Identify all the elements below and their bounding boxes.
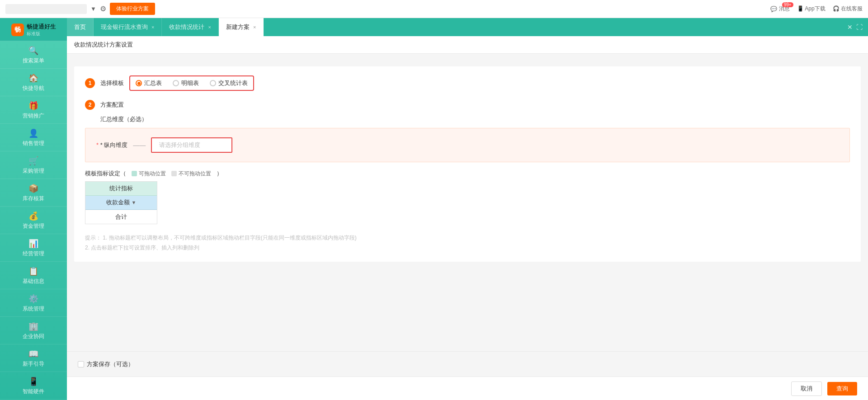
main-layout: 畅 畅捷通好生 标准版 🔍 搜索菜单 🏠 快捷导航 🎁 营销推广 👤 销售管理 … — [0, 18, 868, 400]
page-footer: 方案保存（可选） — [67, 351, 868, 376]
sidebar-item-sales[interactable]: 👤 销售管理 — [0, 124, 67, 151]
trial-button[interactable]: 体验行业方案 — [110, 3, 155, 15]
tab-bar: 首页 现金银行流水查询 × 收款情况统计 × 新建方案 × ✕ ⛶ — [67, 18, 868, 36]
tab-new-plan[interactable]: 新建方案 × — [219, 18, 264, 36]
sidebar-item-label: 智能硬件 — [23, 388, 44, 395]
indicator-table-header: 统计指标 — [85, 182, 157, 196]
download-link[interactable]: 📱 App下载 — [797, 5, 826, 13]
sidebar-logo: 畅 畅捷通好生 标准版 — [0, 18, 67, 41]
stat-indicator-header: 统计指标 — [85, 182, 157, 195]
cancel-button[interactable]: 取消 — [791, 381, 822, 396]
sidebar-item-label: 新手引导 — [23, 360, 44, 368]
gear-icon[interactable]: ⚙ — [100, 5, 106, 13]
tab-home-label: 首页 — [74, 23, 86, 31]
tab-home[interactable]: 首页 — [67, 18, 94, 36]
tab-receipt-stat-close[interactable]: × — [208, 24, 211, 30]
header-label: 统计指标 — [109, 184, 133, 193]
sidebar-item-label: 库存核算 — [23, 195, 44, 202]
sidebar-item-marketing[interactable]: 🎁 营销推广 — [0, 96, 67, 124]
sidebar-item-basic-info[interactable]: 📋 基础信息 — [0, 262, 67, 289]
clipboard-icon: 📋 — [28, 266, 38, 276]
breadcrumb-text: 收款情况统计方案设置 — [74, 41, 133, 48]
indicator-col1-header[interactable]: 收款金额 ▼ — [85, 196, 157, 210]
tab-new-plan-label: 新建方案 — [226, 23, 250, 31]
tab-new-plan-close[interactable]: × — [253, 24, 256, 30]
legend-draggable: 可拖动位置 — [132, 170, 166, 178]
dropdown-arrow-icon[interactable]: ▼ — [90, 5, 96, 12]
download-icon: 📱 — [797, 5, 804, 12]
save-checkbox-text: 方案保存（可选） — [87, 360, 134, 368]
book-icon: 📖 — [28, 349, 38, 359]
maximize-icon[interactable]: ⛶ — [856, 24, 863, 31]
sidebar: 畅 畅捷通好生 标准版 🔍 搜索菜单 🏠 快捷导航 🎁 营销推广 👤 销售管理 … — [0, 18, 67, 400]
col1-header-label: 收款金额 — [106, 198, 130, 207]
radio-detail-label: 明细表 — [181, 79, 199, 87]
legend-nodrag-label: 不可拖动位置 — [179, 170, 211, 178]
col1-row-cell: 合计 — [85, 210, 157, 224]
radio-cross[interactable]: 交叉统计表 — [210, 79, 248, 87]
step1-label: 选择模板 — [100, 79, 124, 87]
sidebar-item-quick-nav[interactable]: 🏠 快捷导航 — [0, 69, 67, 96]
page-inner: 1 选择模板 汇总表 明细表 — [67, 59, 868, 269]
headset-icon: 🎧 — [833, 5, 840, 12]
save-checkbox-label[interactable]: 方案保存（可选） — [78, 360, 134, 368]
sidebar-item-purchase[interactable]: 🛒 采购管理 — [0, 151, 67, 179]
legend-draggable-box — [132, 171, 137, 176]
tab-receipt-stat-label: 收款情况统计 — [169, 23, 204, 31]
logo-sub: 标准版 — [27, 31, 56, 37]
radio-cross-label: 交叉统计表 — [218, 79, 248, 87]
radio-detail[interactable]: 明细表 — [173, 79, 199, 87]
sidebar-item-search-menu[interactable]: 🔍 搜索菜单 — [0, 41, 67, 69]
step2-num: 2 — [85, 100, 95, 110]
notifications-wrap[interactable]: 💬 消息 99+ — [770, 5, 790, 13]
indicator-title-text: 模板指标设定（ — [85, 169, 126, 178]
sidebar-item-label: 销售管理 — [23, 140, 44, 147]
radio-summary[interactable]: 汇总表 — [136, 79, 162, 87]
group-dim-selector[interactable]: 请选择分组维度 — [151, 137, 232, 153]
required-mark: * — [96, 141, 100, 148]
sidebar-item-label: 基础信息 — [23, 278, 44, 285]
close-window-icon[interactable]: ✕ — [847, 24, 853, 31]
sidebar-item-label: 搜索菜单 — [23, 57, 44, 65]
cart-icon: 🛒 — [28, 156, 38, 166]
sidebar-item-label: 采购管理 — [23, 167, 44, 175]
dim-placeholder: 请选择分组维度 — [159, 141, 200, 148]
notification-icon: 💬 — [770, 6, 777, 12]
support-link[interactable]: 🎧 在线客服 — [833, 5, 863, 13]
chart-icon: 📊 — [28, 239, 38, 249]
save-checkbox[interactable] — [78, 361, 84, 367]
tab-bank-flow[interactable]: 现金银行流水查询 × — [94, 18, 162, 36]
bottom-action-bar: 取消 查询 — [67, 376, 868, 400]
sidebar-item-finance[interactable]: 💰 资金管理 — [0, 207, 67, 234]
sidebar-item-guide[interactable]: 📖 新手引导 — [0, 344, 67, 372]
sidebar-item-system[interactable]: ⚙️ 系统管理 — [0, 289, 67, 317]
tab-bank-flow-label: 现金银行流水查询 — [101, 23, 148, 31]
tab-bank-flow-close[interactable]: × — [151, 24, 154, 30]
template-radio-group: 汇总表 明细表 交叉统计表 — [129, 75, 254, 91]
search-menu-icon: 🔍 — [28, 46, 38, 56]
user-icon: 👤 — [28, 128, 38, 138]
indicator-section: 模板指标设定（ 可拖动位置 不可拖动位置 ） — [85, 169, 850, 224]
page-content: 收款情况统计方案设置 1 选择模板 汇总表 — [67, 36, 868, 351]
search-input[interactable] — [5, 4, 87, 14]
gift-icon: 🎁 — [28, 101, 38, 111]
tab-controls: ✕ ⛶ — [842, 18, 868, 36]
tab-spacer — [264, 18, 842, 36]
radio-summary-circle — [136, 80, 142, 86]
sidebar-item-inventory[interactable]: 📦 库存核算 — [0, 179, 67, 207]
step1-num: 1 — [85, 78, 95, 88]
tab-receipt-stat[interactable]: 收款情况统计 × — [162, 18, 218, 36]
box-icon: 📦 — [28, 184, 38, 193]
top-bar: ▼ ⚙ 体验行业方案 💬 消息 99+ 📱 App下载 🎧 在线客服 — [0, 0, 868, 18]
top-bar-left: ▼ ⚙ 体验行业方案 — [5, 3, 767, 15]
breadcrumb: 收款情况统计方案设置 — [67, 36, 868, 54]
col1-header-cell[interactable]: 收款金额 ▼ — [85, 196, 157, 209]
tips-area: 提示： 1. 拖动标题栏可以调整布局，不可跨维度或指标区域拖动栏目字段(只能在同… — [85, 233, 850, 253]
sidebar-item-smart-hw[interactable]: 📱 智能硬件 — [0, 372, 67, 400]
logo-text: 畅捷通好生 — [27, 23, 56, 31]
sidebar-item-enterprise[interactable]: 🏢 企业协同 — [0, 317, 67, 344]
indicator-title-suffix: ） — [217, 169, 222, 178]
query-button[interactable]: 查询 — [827, 382, 857, 395]
col1-dropdown-icon[interactable]: ▼ — [132, 200, 137, 205]
sidebar-item-operation[interactable]: 📊 经营管理 — [0, 234, 67, 262]
